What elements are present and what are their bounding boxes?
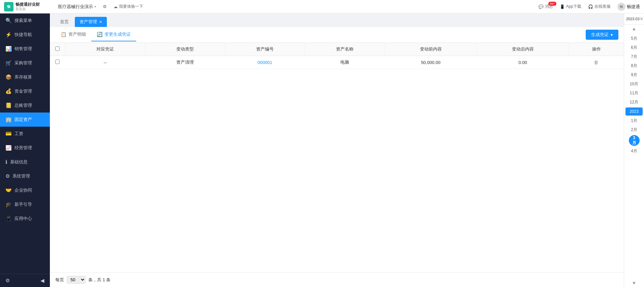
select-all-checkbox[interactable] <box>55 46 60 51</box>
header-checkbox-cell <box>50 43 65 56</box>
avatar: 畅 <box>617 3 625 11</box>
basic-info-icon: ℹ <box>5 159 7 165</box>
sidebar-item-quick-nav[interactable]: ⚡ 快捷导航 <box>0 28 50 42</box>
generate-voucher-button[interactable]: 生成凭证 ▾ <box>586 30 618 40</box>
sidebar-item-fixed-assets[interactable]: 🏢 固定资产 <box>0 113 50 127</box>
sidebar: 🔍 搜索菜单 ⚡ 快捷导航 📊 销售管理 🛒 采购管理 📦 库存核算 💰 资金管… <box>0 13 50 287</box>
sidebar-item-label: 系统管理 <box>12 173 30 179</box>
month-item-11[interactable]: 11月 <box>624 89 644 98</box>
sidebar-item-label: 固定资产 <box>14 117 32 123</box>
delete-icon[interactable]: 🗑 <box>594 60 599 65</box>
app-download-btn[interactable]: 📱 App下载 <box>560 4 581 9</box>
month-item-2[interactable]: 2月 <box>624 125 644 134</box>
main-layout: 🔍 搜索菜单 ⚡ 快捷导航 📊 销售管理 🛒 采购管理 📦 库存核算 💰 资金管… <box>0 13 644 287</box>
sidebar-item-label: 新手引导 <box>14 201 32 208</box>
tab-bar: 首页 资产管理 ✕ <box>50 13 624 27</box>
sidebar-item-label: 库存核算 <box>14 74 32 80</box>
header-voucher: 对应凭证 <box>65 43 145 56</box>
quick-nav-icon: ⚡ <box>5 32 12 38</box>
month-item-7[interactable]: 7月 <box>624 52 644 61</box>
sidebar-item-sales[interactable]: 📊 销售管理 <box>0 42 50 56</box>
online-service-label: 在线客服 <box>594 4 611 9</box>
sidebar-item-purchase[interactable]: 🛒 采购管理 <box>0 56 50 70</box>
month-item-8[interactable]: 8月 <box>624 61 644 70</box>
sidebar-item-basic-info[interactable]: ℹ 基础信息 <box>0 155 50 169</box>
sidebar-item-operations[interactable]: 📈 经营管理 <box>0 141 50 155</box>
sidebar-item-label: 经营管理 <box>14 145 32 151</box>
table-container: 对应凭证 变动类型 资产编号 资产名称 <box>50 43 624 272</box>
sidebar-item-label: 资金管理 <box>14 88 32 94</box>
sidebar-item-app-center[interactable]: 📱 应用中心 <box>0 212 50 226</box>
sidebar-item-label: 企业协同 <box>14 187 32 193</box>
message-icon: 💬 <box>539 4 544 9</box>
month-item-4[interactable]: 4月 <box>624 147 644 156</box>
tab-close-icon[interactable]: ✕ <box>99 20 102 24</box>
user-area[interactable]: 畅 畅捷通 <box>617 3 640 11</box>
total-label: 条，共 1 条 <box>88 277 111 283</box>
panel-close-icon[interactable]: ✕ <box>640 16 644 22</box>
month-item-10[interactable]: 10月 <box>624 79 644 89</box>
sidebar-item-salary[interactable]: 💳 工资 <box>0 127 50 141</box>
salary-icon: 💳 <box>5 131 12 137</box>
service-icon: 🎧 <box>588 4 593 9</box>
app-icon: 📱 <box>560 4 565 9</box>
experience-btn[interactable]: ☁ 我要体验一下 <box>114 4 143 9</box>
inventory-icon: 📦 <box>5 74 12 80</box>
month-item-9[interactable]: 9月 <box>624 70 644 79</box>
nav-down-button[interactable]: ▼ <box>624 279 644 287</box>
enterprise-icon: 🤝 <box>5 187 12 193</box>
generate-btn-label: 生成凭证 <box>591 32 609 38</box>
tab-asset-mgmt[interactable]: 资产管理 ✕ <box>75 17 107 27</box>
row-checkbox[interactable] <box>55 60 60 64</box>
messages-btn[interactable]: 💬 消息 99+ <box>539 4 553 9</box>
right-panel-header: 2023.03 ✕ ⤢ <box>624 13 644 25</box>
row-checkbox-cell <box>50 56 65 69</box>
logo-title: 畅捷通好业财 <box>16 2 40 7</box>
logo-icon: 畅 <box>4 2 13 11</box>
header-right: 💬 消息 99+ 📱 App下载 🎧 在线客服 畅 畅捷通 <box>539 3 640 11</box>
search-icon: 🔍 <box>5 18 12 24</box>
sidebar-item-ledger[interactable]: 📒 总账管理 <box>0 98 50 113</box>
month-item-1[interactable]: 1月 <box>624 116 644 125</box>
sidebar-item-inventory[interactable]: 📦 库存核算 <box>0 70 50 84</box>
tab-asset-detail[interactable]: 📋 资产明细 <box>55 28 91 41</box>
month-list: 5月 6月 7月 8月 9月 10月 11月 12月 2023 1月 2月 3月… <box>624 33 644 279</box>
page-content: 📋 资产明细 🔄 变更生成凭证 生成凭证 ▾ <box>50 27 624 287</box>
cell-operation: 🗑 <box>569 56 624 69</box>
month-item-5[interactable]: 5月 <box>624 34 644 43</box>
pagination-bar: 每页 50 10 20 100 条，共 1 条 <box>50 272 624 287</box>
top-header: 畅 畅捷通好业财 普及版 医疗器械行业演示 ▾ ⚙ ☁ 我要体验一下 💬 消息 … <box>0 0 644 13</box>
sidebar-item-label: 销售管理 <box>14 46 32 52</box>
sidebar-item-label: 总账管理 <box>14 102 32 108</box>
sidebar-item-enterprise[interactable]: 🤝 企业协同 <box>0 183 50 197</box>
funds-icon: 💰 <box>5 88 12 94</box>
sidebar-item-search[interactable]: 🔍 搜索菜单 <box>0 13 50 28</box>
app-center-icon: 📱 <box>5 216 12 222</box>
tab-home[interactable]: 首页 <box>55 17 73 27</box>
panel-controls: ✕ ⤢ <box>640 16 644 22</box>
sidebar-collapse-icon[interactable]: ◀ <box>40 278 44 284</box>
per-page-select[interactable]: 50 10 20 100 <box>67 276 86 284</box>
sales-icon: 📊 <box>5 46 12 52</box>
header-before-change: 变动前内容 <box>385 43 477 56</box>
sidebar-item-funds[interactable]: 💰 资金管理 <box>0 84 50 98</box>
table-row: -- 资产清理 000001 电脑 50,000.00 0.00 🗑 <box>50 56 624 69</box>
sidebar-settings-icon[interactable]: ⚙ <box>5 278 10 284</box>
gear-icon: ⚙ <box>103 4 107 9</box>
tab-change-voucher[interactable]: 🔄 变更生成凭证 <box>91 28 136 41</box>
cell-before-change: 50,000.00 <box>385 56 477 69</box>
company-selector[interactable]: 医疗器械行业演示 ▾ <box>58 4 96 10</box>
nav-up-button[interactable]: ▲ <box>624 25 644 33</box>
experience-icon: ☁ <box>114 4 118 9</box>
online-service-btn[interactable]: 🎧 在线客服 <box>588 4 611 9</box>
sidebar-item-guide[interactable]: 🎓 新手引导 <box>0 197 50 212</box>
month-item-3[interactable]: 3月 <box>629 135 640 146</box>
cell-voucher: -- <box>65 56 145 69</box>
settings-icon-btn[interactable]: ⚙ <box>100 2 110 11</box>
month-item-6[interactable]: 6月 <box>624 43 644 52</box>
dropdown-arrow-icon: ▾ <box>611 32 613 37</box>
month-item-12[interactable]: 12月 <box>624 98 644 107</box>
sidebar-item-system[interactable]: ⚙ 系统管理 <box>0 169 50 183</box>
year-2023-label[interactable]: 2023 <box>625 107 643 116</box>
sidebar-item-label: 工资 <box>14 131 23 137</box>
